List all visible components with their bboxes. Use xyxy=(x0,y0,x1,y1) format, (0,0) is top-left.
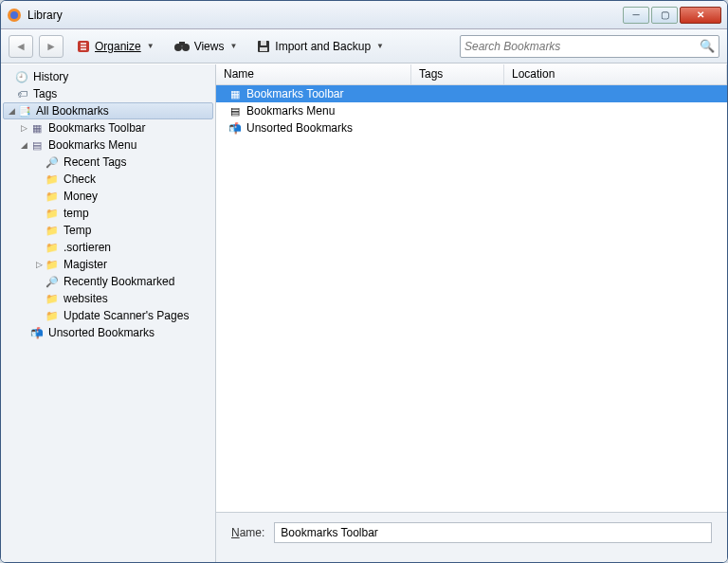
search-icon[interactable]: 🔍 xyxy=(700,39,715,53)
column-location[interactable]: Location xyxy=(504,64,727,84)
tree-folder-magister[interactable]: ▷📁 Magister xyxy=(1,256,215,273)
bookmark-icon: 📑 xyxy=(17,103,32,118)
tree-all-bookmarks[interactable]: ◢📑 All Bookmarks xyxy=(3,102,213,119)
tree-history[interactable]: ▸🕘 History xyxy=(1,68,215,85)
save-icon xyxy=(256,39,271,54)
library-window: Library ─ ▢ ✕ ◄ ► Organize ▼ Views ▼ Imp… xyxy=(0,0,728,563)
tag-icon: 🏷 xyxy=(14,86,29,101)
tree-recently-bookmarked[interactable]: ▸🔎 Recently Bookmarked xyxy=(1,273,215,290)
search-input[interactable] xyxy=(464,40,700,53)
titlebar[interactable]: Library ─ ▢ ✕ xyxy=(1,1,727,29)
list-item[interactable]: ▦ Bookmarks Toolbar xyxy=(216,85,727,102)
folder-icon: 📁 xyxy=(45,257,60,272)
search-small-icon: 🔎 xyxy=(45,154,60,170)
svg-point-1 xyxy=(10,11,18,19)
list-item[interactable]: ▤ Bookmarks Menu xyxy=(216,102,727,119)
unsorted-icon: 📬 xyxy=(29,325,45,340)
tree-bookmarks-toolbar[interactable]: ▷▦ Bookmarks Toolbar xyxy=(1,119,215,136)
details-pane: Name: xyxy=(216,512,727,562)
search-box[interactable]: 🔍 xyxy=(460,35,719,58)
folder-icon: 📁 xyxy=(45,172,60,187)
folder-icon: 📁 xyxy=(45,189,60,204)
search-small-icon: 🔎 xyxy=(45,274,60,289)
svg-rect-7 xyxy=(261,41,266,45)
column-name[interactable]: Name xyxy=(216,64,411,84)
import-label: Import and Backup xyxy=(275,40,371,53)
bookmark-list[interactable]: ▦ Bookmarks Toolbar ▤ Bookmarks Menu 📬 U… xyxy=(216,85,727,512)
expand-icon[interactable]: ▷ xyxy=(18,123,29,133)
clock-icon: 🕘 xyxy=(14,69,29,84)
sidebar-tree[interactable]: ▸🕘 History ▸🏷 Tags ◢📑 All Bookmarks ▷▦ B… xyxy=(1,64,216,562)
list-item[interactable]: 📬 Unsorted Bookmarks xyxy=(216,119,727,136)
chevron-down-icon: ▼ xyxy=(229,42,237,50)
window-controls: ─ ▢ ✕ xyxy=(623,7,721,24)
svg-rect-5 xyxy=(179,42,185,45)
toolbar-icon: ▦ xyxy=(29,120,45,136)
column-tags[interactable]: Tags xyxy=(411,64,504,84)
close-button[interactable]: ✕ xyxy=(680,7,721,24)
tree-bookmarks-menu[interactable]: ◢▤ Bookmarks Menu xyxy=(1,136,215,154)
tree-folder-websites[interactable]: ▸📁 websites xyxy=(1,290,215,307)
expand-icon[interactable]: ◢ xyxy=(18,140,29,150)
back-button[interactable]: ◄ xyxy=(9,35,33,58)
chevron-down-icon: ▼ xyxy=(147,42,155,50)
unsorted-icon: 📬 xyxy=(228,120,243,136)
tree-recent-tags[interactable]: ▸🔎 Recent Tags xyxy=(1,154,215,171)
folder-icon: 📁 xyxy=(45,308,60,323)
toolbar-icon: ▦ xyxy=(228,86,243,101)
content-area: ▸🕘 History ▸🏷 Tags ◢📑 All Bookmarks ▷▦ B… xyxy=(1,64,727,562)
views-menu[interactable]: Views ▼ xyxy=(167,34,245,59)
toolbar: ◄ ► Organize ▼ Views ▼ Import and Backup… xyxy=(1,29,727,64)
menu-icon: ▤ xyxy=(228,103,243,118)
maximize-button[interactable]: ▢ xyxy=(651,7,678,24)
window-title: Library xyxy=(27,9,623,22)
tree-tags[interactable]: ▸🏷 Tags xyxy=(1,85,215,102)
tree-folder-money[interactable]: ▸📁 Money xyxy=(1,188,215,205)
expand-icon[interactable]: ▷ xyxy=(33,260,45,269)
tree-unsorted[interactable]: ▸📬 Unsorted Bookmarks xyxy=(1,324,215,341)
binoculars-icon xyxy=(173,40,191,53)
views-label: Views xyxy=(194,40,225,53)
folder-icon: 📁 xyxy=(45,240,60,255)
tree-folder-temp2[interactable]: ▸📁 Temp xyxy=(1,222,215,239)
menu-icon: ▤ xyxy=(29,137,45,153)
tree-folder-check[interactable]: ▸📁 Check xyxy=(1,171,215,188)
minimize-button[interactable]: ─ xyxy=(623,7,649,24)
tree-folder-temp[interactable]: ▸📁 temp xyxy=(1,205,215,222)
forward-button[interactable]: ► xyxy=(39,35,64,58)
chevron-down-icon: ▼ xyxy=(376,42,384,50)
organize-icon xyxy=(76,39,91,54)
name-field-label: Name: xyxy=(231,526,264,539)
organize-label: Organize xyxy=(95,40,141,53)
app-icon xyxy=(7,8,22,23)
column-headers: Name Tags Location xyxy=(216,64,727,85)
name-field-input[interactable] xyxy=(274,522,712,543)
folder-icon: 📁 xyxy=(45,206,60,221)
import-backup-menu[interactable]: Import and Backup ▼ xyxy=(249,34,391,59)
organize-menu[interactable]: Organize ▼ xyxy=(69,34,161,59)
svg-rect-8 xyxy=(260,47,267,51)
tree-folder-update-scanner[interactable]: ▸📁 Update Scanner's Pages xyxy=(1,307,215,324)
main-panel: Name Tags Location ▦ Bookmarks Toolbar ▤… xyxy=(216,64,727,562)
tree-folder-sortieren[interactable]: ▸📁 .sortieren xyxy=(1,239,215,256)
folder-icon: 📁 xyxy=(45,291,60,306)
folder-icon: 📁 xyxy=(45,223,60,238)
expand-icon[interactable]: ◢ xyxy=(6,106,17,116)
